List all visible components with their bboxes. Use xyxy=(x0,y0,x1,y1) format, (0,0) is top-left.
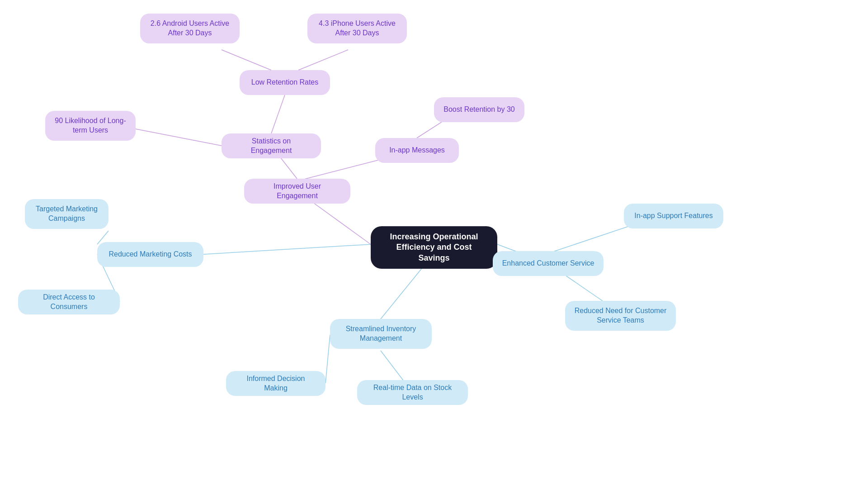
center-node-label: Increasing Operational Efficiency and Co… xyxy=(380,232,488,263)
targeted-marketing-label: Targeted Marketing Campaigns xyxy=(34,205,99,224)
enhanced-service-node: Enhanced Customer Service xyxy=(493,251,604,276)
streamlined-inventory-label: Streamlined Inventory Management xyxy=(339,324,423,343)
low-retention-label: Low Retention Rates xyxy=(251,78,319,87)
stats-engagement-node: Statistics on Engagement xyxy=(222,133,321,158)
reduced-marketing-label: Reduced Marketing Costs xyxy=(108,250,192,259)
informed-decision-node: Informed Decision Making xyxy=(226,371,326,396)
reduced-marketing-node: Reduced Marketing Costs xyxy=(97,242,203,267)
android-users-label: 2.6 Android Users Active After 30 Days xyxy=(149,19,231,38)
inapp-messages-node: In-app Messages xyxy=(375,138,459,163)
mind-map: Increasing Operational Efficiency and Co… xyxy=(0,0,868,490)
android-users-node: 2.6 Android Users Active After 30 Days xyxy=(140,14,240,43)
svg-line-3 xyxy=(271,95,285,133)
informed-decision-label: Informed Decision Making xyxy=(235,374,316,393)
boost-retention-node: Boost Retention by 30 xyxy=(434,97,524,122)
svg-line-6 xyxy=(298,50,348,70)
likelihood-node: 90 Likelihood of Long-term Users xyxy=(45,111,136,141)
center-node: Increasing Operational Efficiency and Co… xyxy=(371,226,497,269)
direct-access-label: Direct Access to Consumers xyxy=(27,293,111,312)
boost-retention-label: Boost Retention by 30 xyxy=(443,105,514,114)
realtime-data-node: Real-time Data on Stock Levels xyxy=(357,380,468,405)
targeted-marketing-node: Targeted Marketing Campaigns xyxy=(25,199,108,229)
streamlined-inventory-node: Streamlined Inventory Management xyxy=(330,319,432,349)
iphone-users-node: 4.3 iPhone Users Active After 30 Days xyxy=(307,14,407,43)
inapp-messages-label: In-app Messages xyxy=(389,146,445,155)
svg-line-15 xyxy=(326,335,330,383)
svg-line-5 xyxy=(222,50,271,70)
likelihood-label: 90 Likelihood of Long-term Users xyxy=(54,116,127,135)
realtime-data-label: Real-time Data on Stock Levels xyxy=(366,383,459,402)
enhanced-service-label: Enhanced Customer Service xyxy=(502,259,594,268)
improved-engagement-node: Improved User Engagement xyxy=(244,179,350,204)
svg-line-8 xyxy=(203,244,371,254)
reduced-customer-service-label: Reduced Need for Customer Service Teams xyxy=(574,306,667,325)
svg-line-4 xyxy=(136,129,222,146)
improved-engagement-label: Improved User Engagement xyxy=(253,182,341,201)
stats-engagement-label: Statistics on Engagement xyxy=(231,137,312,156)
low-retention-node: Low Retention Rates xyxy=(240,70,330,95)
inapp-support-label: In-app Support Features xyxy=(634,211,712,221)
inapp-support-node: In-app Support Features xyxy=(624,204,723,228)
iphone-users-label: 4.3 iPhone Users Active After 30 Days xyxy=(316,19,398,38)
direct-access-node: Direct Access to Consumers xyxy=(18,290,120,314)
reduced-customer-service-node: Reduced Need for Customer Service Teams xyxy=(565,301,676,331)
